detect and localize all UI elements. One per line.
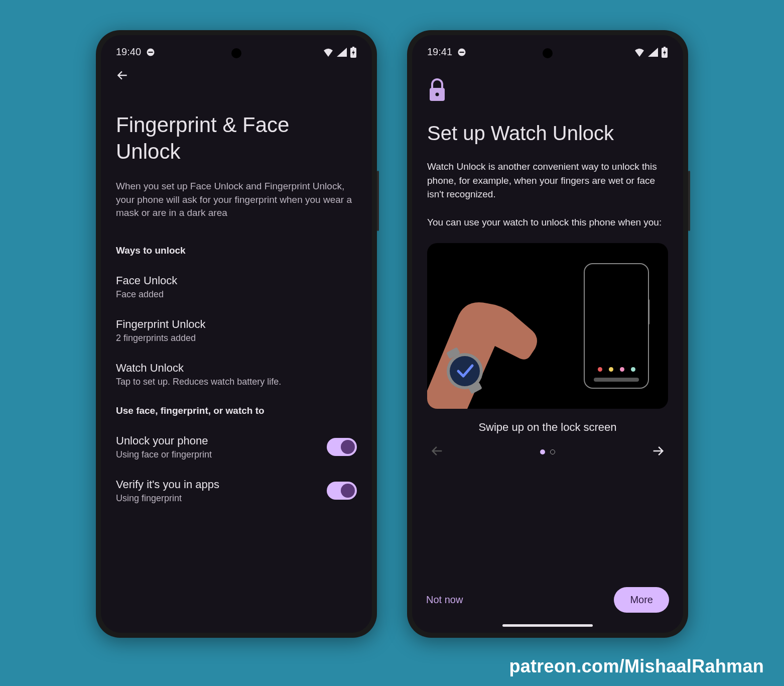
page-description: When you set up Face Unlock and Fingerpr…	[116, 180, 357, 220]
svg-point-11	[450, 356, 480, 386]
toggle-unlock-phone[interactable]: Unlock your phone Using face or fingerpr…	[116, 434, 357, 460]
dnd-icon	[457, 48, 466, 57]
dnd-icon	[146, 48, 155, 57]
item-subtitle: Face added	[116, 289, 357, 300]
battery-icon	[350, 47, 357, 58]
phone-mock-left: 19:40 Fingerprint & Face	[96, 30, 377, 638]
status-time: 19:41	[427, 46, 452, 58]
pager-next-button[interactable]	[651, 444, 665, 460]
phone-mock-right: 19:41	[407, 30, 688, 638]
signal-icon	[337, 48, 347, 57]
signal-icon	[648, 48, 658, 57]
back-button[interactable]	[116, 69, 357, 82]
item-fingerprint-unlock[interactable]: Fingerprint Unlock 2 fingerprints added	[116, 318, 357, 344]
svg-rect-2	[352, 47, 354, 48]
watermark-text: patreon.com/MishaalRahman	[509, 656, 764, 677]
toggle-verify-apps[interactable]: Verify it's you in apps Using fingerprin…	[116, 478, 357, 504]
mini-navbar	[594, 378, 639, 382]
wifi-icon	[323, 48, 334, 57]
item-subtitle: 2 fingerprints added	[116, 333, 357, 344]
illustration-caption: Swipe up on the lock screen	[427, 421, 668, 434]
page-desc-2: You can use your watch to unlock this ph…	[427, 215, 668, 230]
svg-rect-1	[149, 51, 153, 52]
hand-graphic	[427, 258, 558, 409]
pager	[427, 444, 668, 470]
section-ways-label: Ways to unlock	[116, 245, 357, 256]
item-title: Watch Unlock	[116, 362, 357, 375]
pager-prev-button	[430, 444, 444, 460]
mini-dot	[631, 367, 635, 372]
toggle-title: Unlock your phone	[116, 434, 327, 447]
more-button[interactable]: More	[614, 587, 669, 613]
page-title: Set up Watch Unlock	[427, 122, 668, 145]
pager-dot	[550, 449, 555, 454]
page-title: Fingerprint & Face Unlock	[116, 112, 357, 165]
status-time: 19:40	[116, 46, 141, 58]
toggle-switch[interactable]	[327, 438, 357, 456]
item-title: Face Unlock	[116, 274, 357, 287]
item-subtitle: Tap to set up. Reduces watch battery lif…	[116, 377, 357, 387]
camera-notch	[231, 48, 241, 58]
battery-icon	[661, 47, 668, 58]
section-use-label: Use face, fingerprint, or watch to	[116, 405, 357, 416]
item-title: Fingerprint Unlock	[116, 318, 357, 331]
camera-notch	[543, 48, 553, 58]
screen-left: 19:40 Fingerprint & Face	[101, 35, 372, 633]
toggle-title: Verify it's you in apps	[116, 478, 327, 491]
page-desc-1: Watch Unlock is another convenient way t…	[427, 160, 668, 201]
mini-dot	[598, 367, 602, 372]
wifi-icon	[634, 48, 645, 57]
pager-dot-active	[540, 449, 545, 454]
item-watch-unlock[interactable]: Watch Unlock Tap to set up. Reduces watc…	[116, 362, 357, 387]
lock-icon	[427, 78, 668, 102]
mini-phone-graphic	[584, 263, 649, 389]
item-face-unlock[interactable]: Face Unlock Face added	[116, 274, 357, 300]
toggle-subtitle: Using fingerprint	[116, 493, 327, 504]
svg-rect-5	[460, 51, 464, 52]
mini-dot	[609, 367, 613, 372]
svg-point-9	[436, 93, 439, 96]
gesture-navbar[interactable]	[502, 624, 593, 627]
mini-dot	[620, 367, 624, 372]
not-now-button[interactable]: Not now	[426, 594, 463, 606]
toggle-switch[interactable]	[327, 482, 357, 500]
toggle-subtitle: Using face or fingerprint	[116, 449, 327, 460]
svg-rect-6	[664, 47, 666, 48]
screen-right: 19:41	[412, 35, 683, 633]
illustration	[427, 243, 668, 409]
